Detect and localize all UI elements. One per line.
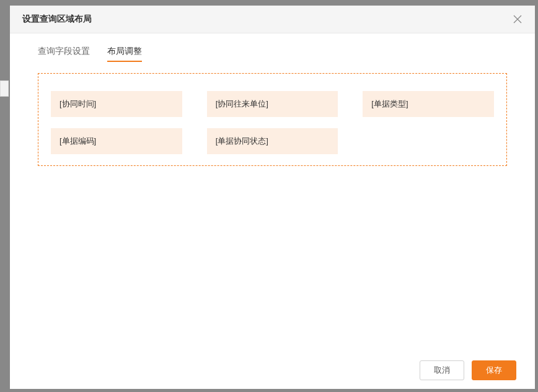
layout-drop-area[interactable]: [协同时间] [协同往来单位] [单据类型] [单据编码] [单据协同状态] (38, 73, 507, 166)
close-button[interactable] (511, 13, 524, 25)
modal-body: 查询字段设置 布局调整 [协同时间] [协同往来单位] [单据类型] [单据编码… (10, 33, 535, 352)
close-icon (513, 15, 522, 24)
tabs: 查询字段设置 布局调整 (38, 46, 507, 62)
tab-query-fields[interactable]: 查询字段设置 (38, 46, 90, 62)
field-collab-unit[interactable]: [协同往来单位] (207, 91, 338, 117)
save-button[interactable]: 保存 (472, 360, 516, 380)
cancel-button[interactable]: 取消 (420, 360, 464, 380)
background-sliver (0, 81, 9, 97)
tab-layout-adjust[interactable]: 布局调整 (107, 46, 142, 62)
modal-header: 设置查询区域布局 (10, 6, 535, 33)
field-collab-status[interactable]: [单据协同状态] (207, 128, 338, 154)
modal-title: 设置查询区域布局 (22, 14, 92, 25)
field-doc-code[interactable]: [单据编码] (51, 128, 182, 154)
layout-settings-modal: 设置查询区域布局 查询字段设置 布局调整 [协同时间] [协同往来单位] [单据… (10, 6, 535, 389)
field-doc-type[interactable]: [单据类型] (363, 91, 494, 117)
field-collab-time[interactable]: [协同时间] (51, 91, 182, 117)
modal-footer: 取消 保存 (10, 352, 535, 389)
